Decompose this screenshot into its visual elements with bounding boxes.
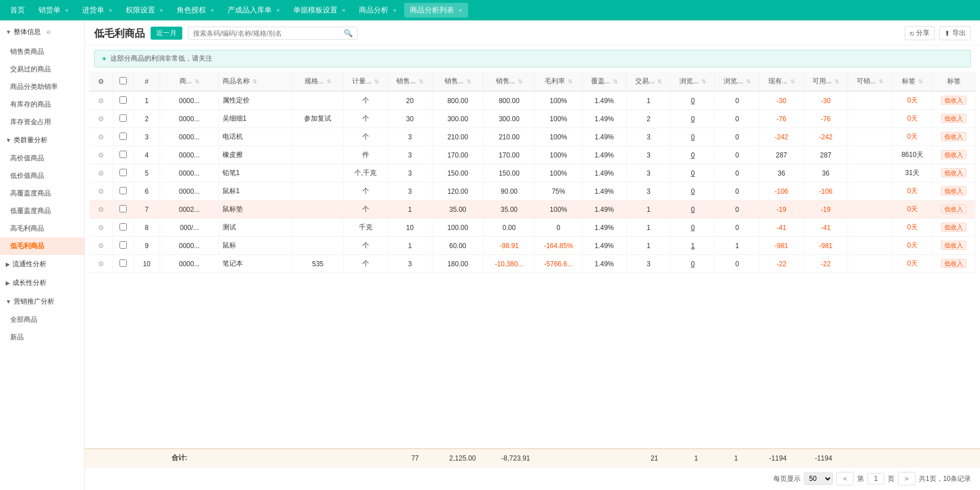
share-button[interactable]: ⎋ 分享: [905, 26, 935, 40]
sidebar-group-overall[interactable]: ▼ 整体信息 «: [0, 20, 84, 43]
filter-period-button[interactable]: 近一月: [151, 27, 182, 40]
th-gear[interactable]: ⚙: [89, 72, 113, 91]
nav-close-role[interactable]: ×: [211, 7, 214, 14]
sidebar-item-high-margin[interactable]: 高毛利商品: [0, 220, 84, 237]
cell-checkbox[interactable]: [113, 182, 133, 201]
search-input[interactable]: [193, 29, 344, 37]
sidebar-item-all-products[interactable]: 全部商品: [0, 311, 84, 329]
th-name[interactable]: 商品名称 ⇅: [219, 72, 292, 91]
cell-browse1[interactable]: 0: [671, 110, 715, 128]
cell-browse1[interactable]: 0: [671, 146, 715, 164]
cell-browse1[interactable]: 0: [671, 164, 715, 182]
cell-checkbox[interactable]: [113, 219, 133, 237]
nav-close-permissions[interactable]: ×: [160, 7, 163, 14]
cell-checkbox[interactable]: [113, 201, 133, 219]
sidebar-group-marketing[interactable]: ▼ 营销推广分析: [0, 292, 84, 311]
cell-gear[interactable]: ⚙: [89, 201, 113, 219]
cell-gear[interactable]: ⚙: [89, 91, 113, 110]
select-all-checkbox[interactable]: [119, 77, 127, 84]
cell-browse1[interactable]: 0: [671, 219, 715, 237]
cell-browse1[interactable]: 0: [671, 182, 715, 201]
nav-close-warehouse[interactable]: ×: [276, 7, 280, 14]
sidebar-item-low-coverage[interactable]: 低覆盖度商品: [0, 202, 84, 220]
search-icon[interactable]: 🔍: [344, 29, 353, 37]
sidebar-group-cluster[interactable]: ▼ 类群量分析: [0, 131, 84, 150]
th-gross-rate[interactable]: 毛利率 ⇅: [535, 72, 582, 91]
cell-name[interactable]: 电话机: [219, 128, 292, 146]
th-sale-amount[interactable]: 销售... ⇅: [483, 72, 535, 91]
sidebar-item-new-products[interactable]: 新品: [0, 329, 84, 346]
th-trade[interactable]: 交易... ⇅: [626, 72, 670, 91]
nav-permissions[interactable]: 权限设置 ×: [120, 3, 169, 18]
sidebar-item-traded-products[interactable]: 交易过的商品: [0, 61, 84, 78]
th-browse1[interactable]: 浏览... ⇅: [671, 72, 715, 91]
th-tag[interactable]: 标签: [932, 72, 975, 91]
per-page-select[interactable]: 50 20 100: [804, 472, 833, 485]
cell-name[interactable]: 笔记本: [219, 255, 292, 273]
sidebar-group-growth[interactable]: ▶ 成长性分析: [0, 274, 84, 292]
th-available[interactable]: 可用... ⇅: [803, 72, 848, 91]
cell-checkbox[interactable]: [113, 91, 133, 110]
cell-gear[interactable]: ⚙: [89, 146, 113, 164]
cell-browse1[interactable]: 0: [671, 201, 715, 219]
cell-checkbox[interactable]: [113, 128, 133, 146]
cell-checkbox[interactable]: [113, 110, 133, 128]
nav-home[interactable]: 首页: [5, 3, 31, 18]
cell-name[interactable]: 鼠标垫: [219, 201, 292, 219]
nav-product-analysis-list[interactable]: 商品分析列表 ×: [404, 3, 468, 18]
th-checkbox[interactable]: [113, 72, 133, 91]
nav-close-template[interactable]: ×: [342, 7, 345, 14]
sidebar-item-in-stock[interactable]: 有库存的商品: [0, 96, 84, 113]
cell-name[interactable]: 吴细细1: [219, 110, 292, 128]
th-sale-price[interactable]: 销售... ⇅: [432, 72, 483, 91]
sidebar-item-low-value[interactable]: 低价值商品: [0, 167, 84, 185]
cell-gear[interactable]: ⚙: [89, 128, 113, 146]
cell-name[interactable]: 测试: [219, 219, 292, 237]
prev-page-button[interactable]: ＜: [836, 472, 854, 485]
cell-checkbox[interactable]: [113, 255, 133, 273]
nav-close-analysis[interactable]: ×: [393, 7, 396, 14]
nav-purchase-order[interactable]: 进货单 ×: [76, 3, 118, 18]
sidebar-item-high-value[interactable]: 高价值商品: [0, 150, 84, 167]
cell-gear[interactable]: ⚙: [89, 237, 113, 255]
cell-gear[interactable]: ⚙: [89, 219, 113, 237]
cell-checkbox[interactable]: [113, 237, 133, 255]
cell-browse1[interactable]: 0: [671, 128, 715, 146]
nav-close-sales[interactable]: ×: [65, 7, 69, 14]
cell-browse1[interactable]: 0: [671, 91, 715, 110]
cell-gear[interactable]: ⚙: [89, 164, 113, 182]
export-button[interactable]: ⬆ 导出: [939, 26, 971, 40]
cell-checkbox[interactable]: [113, 164, 133, 182]
th-code[interactable]: 商... ⇅: [160, 72, 219, 91]
cell-name[interactable]: 鼠标: [219, 237, 292, 255]
cell-browse1[interactable]: 1: [671, 237, 715, 255]
th-saleable[interactable]: 可销... ⇅: [848, 72, 892, 91]
cell-gear[interactable]: ⚙: [89, 110, 113, 128]
sidebar-collapse-btn[interactable]: «: [44, 25, 53, 39]
cell-gear[interactable]: ⚙: [89, 182, 113, 201]
nav-product-warehouse[interactable]: 产成品入库单 ×: [222, 3, 285, 18]
sidebar-item-stock-capital[interactable]: 库存资金占用: [0, 113, 84, 131]
sidebar-item-high-coverage[interactable]: 高覆盖度商品: [0, 185, 84, 202]
cell-gear[interactable]: ⚙: [89, 255, 113, 273]
cell-checkbox[interactable]: [113, 146, 133, 164]
th-days[interactable]: 标签 ⇅: [892, 72, 932, 91]
cell-name[interactable]: 属性定价: [219, 91, 292, 110]
table-container[interactable]: ⚙ # 商... ⇅ 商品名称 ⇅ 规格... ⇅ 计量... ⇅ 销售... …: [85, 72, 980, 448]
nav-template-settings[interactable]: 单据模板设置 ×: [288, 3, 351, 18]
sidebar-group-circulation[interactable]: ▶ 流通性分析: [0, 255, 84, 274]
nav-sales-order[interactable]: 销货单 ×: [33, 3, 74, 18]
sidebar-item-category-sales[interactable]: 商品分类助销率: [0, 78, 84, 96]
nav-product-analysis[interactable]: 商品分析 ×: [353, 3, 402, 18]
th-spec[interactable]: 规格... ⇅: [292, 72, 344, 91]
th-num[interactable]: #: [134, 72, 160, 91]
cell-name[interactable]: 鼠标1: [219, 182, 292, 201]
nav-role-auth[interactable]: 角色授权 ×: [171, 3, 220, 18]
nav-close-purchase[interactable]: ×: [109, 7, 112, 14]
th-browse2[interactable]: 浏览... ⇅: [715, 72, 759, 91]
cell-name[interactable]: 铅笔1: [219, 164, 292, 182]
nav-close-analysis-list[interactable]: ×: [459, 7, 462, 14]
th-sale-count[interactable]: 销售... ⇅: [388, 72, 432, 91]
th-current[interactable]: 现有... ⇅: [759, 72, 803, 91]
th-cover[interactable]: 覆盖... ⇅: [582, 72, 626, 91]
